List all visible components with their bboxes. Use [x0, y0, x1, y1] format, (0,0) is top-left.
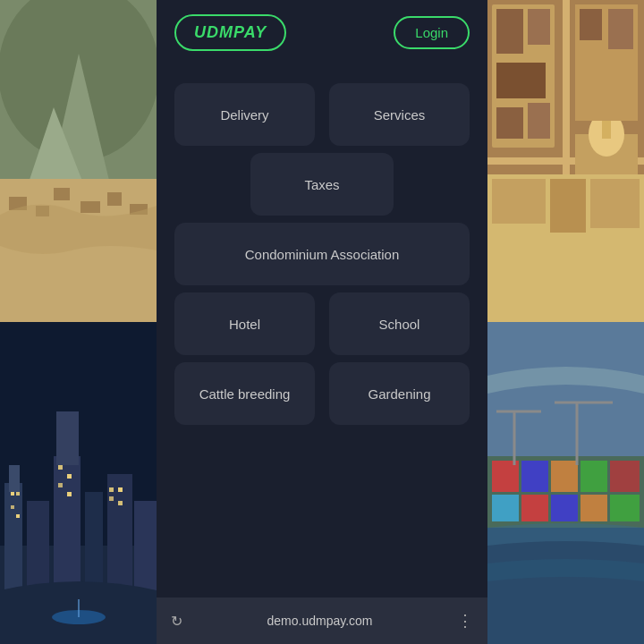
svg-rect-63 — [580, 461, 607, 492]
svg-rect-17 — [56, 411, 79, 465]
login-button[interactable]: Login — [394, 16, 470, 49]
svg-rect-64 — [610, 461, 640, 492]
svg-rect-67 — [551, 495, 578, 521]
svg-rect-26 — [67, 474, 72, 479]
svg-rect-41 — [496, 9, 523, 54]
photo-mountain — [0, 0, 157, 322]
svg-rect-14 — [9, 465, 20, 492]
logo-button[interactable]: UDMPAY — [174, 14, 286, 51]
delivery-button[interactable]: Delivery — [174, 83, 315, 146]
svg-rect-29 — [109, 487, 114, 492]
refresh-icon[interactable]: ↻ — [171, 613, 182, 630]
menu-row-4: Hotel School — [174, 292, 470, 355]
url-text: demo.udmpay.com — [191, 614, 448, 628]
svg-rect-24 — [16, 514, 20, 518]
svg-rect-43 — [496, 63, 546, 98]
svg-rect-27 — [58, 483, 63, 487]
svg-rect-32 — [118, 501, 123, 505]
gardening-button[interactable]: Gardening — [329, 362, 470, 425]
svg-rect-54 — [550, 179, 586, 233]
photo-harbor — [487, 322, 644, 644]
svg-rect-45 — [528, 103, 550, 139]
photo-city-night — [0, 322, 157, 644]
svg-rect-7 — [54, 188, 70, 200]
menu-row-3: Condominium Association — [174, 223, 470, 285]
svg-rect-62 — [551, 461, 578, 492]
svg-rect-65 — [492, 495, 519, 521]
svg-rect-50 — [580, 9, 602, 40]
svg-rect-25 — [58, 465, 63, 470]
menu-row-5: Cattle breeding Gardening — [174, 362, 470, 425]
svg-rect-21 — [11, 492, 14, 496]
more-options-icon[interactable]: ⋮ — [457, 611, 473, 631]
svg-rect-8 — [80, 201, 100, 213]
menu-row-1: Delivery Services — [174, 83, 470, 146]
taxes-button[interactable]: Taxes — [250, 153, 394, 216]
svg-rect-23 — [11, 505, 14, 509]
menu-content: Delivery Services Taxes Condominium Asso… — [157, 65, 487, 597]
svg-rect-42 — [528, 9, 550, 45]
main-panel: UDMPAY Login Delivery Services Taxes Con… — [157, 0, 487, 644]
menu-row-2: Taxes — [174, 153, 470, 216]
header: UDMPAY Login — [157, 0, 487, 65]
svg-rect-61 — [521, 461, 548, 492]
svg-rect-53 — [492, 179, 546, 224]
svg-rect-22 — [16, 492, 20, 496]
svg-rect-66 — [521, 495, 548, 521]
address-bar: ↻ demo.udmpay.com ⋮ — [157, 597, 487, 644]
svg-rect-30 — [118, 487, 123, 492]
svg-rect-9 — [107, 192, 122, 206]
left-side-panel — [0, 0, 157, 644]
photo-aerial-city — [487, 0, 644, 322]
svg-rect-28 — [67, 492, 72, 496]
svg-rect-60 — [492, 461, 519, 492]
svg-rect-69 — [610, 495, 640, 521]
logo-text: UDMPAY — [194, 23, 267, 41]
hotel-button[interactable]: Hotel — [174, 292, 315, 355]
svg-rect-51 — [608, 9, 633, 49]
condominium-button[interactable]: Condominium Association — [174, 223, 470, 285]
svg-rect-55 — [590, 179, 640, 228]
svg-rect-44 — [496, 107, 523, 139]
svg-rect-68 — [580, 495, 607, 521]
right-side-panel — [487, 0, 644, 644]
services-button[interactable]: Services — [329, 83, 470, 146]
school-button[interactable]: School — [329, 292, 470, 355]
cattle-button[interactable]: Cattle breeding — [174, 362, 315, 425]
svg-rect-31 — [109, 496, 114, 501]
